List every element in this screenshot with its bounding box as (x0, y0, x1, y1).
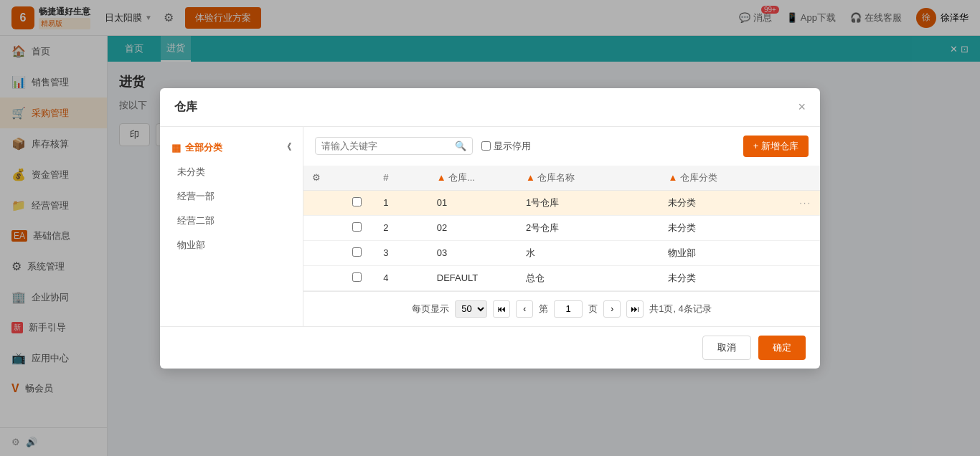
category-panel: ▦ 全部分类 《 未分类 经营一部 经营二部 物业部 (160, 127, 303, 326)
last-page-button[interactable]: ⏭ (626, 300, 644, 318)
table-row[interactable]: 2 02 2号仓库 未分类 (303, 215, 820, 240)
ellipsis-icon[interactable]: ··· (799, 197, 811, 208)
show-disabled-checkbox[interactable]: 显示停用 (481, 140, 531, 153)
category-item-property[interactable]: 物业部 (160, 233, 303, 257)
row-settings (303, 190, 339, 215)
col-settings[interactable]: ⚙ (303, 166, 339, 191)
prev-page-button[interactable]: ‹ (516, 300, 533, 318)
total-records: 共1页, 4条记录 (649, 303, 712, 315)
row-name: 1号仓库 (517, 190, 660, 215)
confirm-button[interactable]: 确定 (758, 336, 806, 360)
col-name-header[interactable]: ▲ 仓库名称 (517, 166, 660, 191)
table-panel: 🔍 显示停用 + 新增仓库 ⚙ (303, 127, 820, 326)
row-num: 4 (374, 265, 428, 290)
modal-footer: 取消 确定 (160, 326, 820, 369)
row-name: 水 (517, 240, 660, 265)
row-settings (303, 215, 339, 240)
row-checkbox[interactable] (339, 190, 375, 215)
page-label: 第 (539, 303, 548, 315)
row-code: DEFAULT (428, 265, 517, 290)
row-checkbox[interactable] (339, 265, 375, 290)
cancel-button[interactable]: 取消 (702, 336, 751, 360)
sort-icon: ▲ (437, 172, 446, 183)
row-num: 3 (374, 240, 428, 265)
modal-title: 仓库 (174, 100, 197, 115)
row-num: 2 (374, 215, 428, 240)
new-warehouse-button[interactable]: + 新增仓库 (743, 136, 809, 157)
modal-overlay: 仓库 × ▦ 全部分类 《 未分类 经营一部 经营二部 (0, 0, 980, 456)
table-row[interactable]: 4 DEFAULT 总仓 未分类 (303, 265, 820, 290)
table-row[interactable]: 1 01 1号仓库 未分类 ··· (303, 190, 820, 215)
modal-close-button[interactable]: × (798, 100, 806, 115)
row-code: 01 (428, 190, 517, 215)
next-page-button[interactable]: › (603, 300, 621, 318)
per-page-label: 每页显示 (412, 303, 449, 315)
table-header: ⚙ # ▲ 仓库... ▲ 仓库名称 (303, 166, 820, 191)
grid-icon: ▦ (171, 142, 181, 153)
row-name: 总仓 (517, 265, 660, 290)
search-box: 🔍 (315, 137, 473, 155)
sort-icon3: ▲ (668, 172, 677, 183)
all-categories-item[interactable]: ▦ 全部分类 《 (160, 136, 303, 160)
page-suffix: 页 (588, 303, 598, 315)
search-input[interactable] (321, 141, 451, 151)
row-more (766, 265, 820, 290)
row-more[interactable]: ··· (766, 190, 820, 215)
row-more (766, 215, 820, 240)
table-row[interactable]: 3 03 水 物业部 (303, 240, 820, 265)
row-more (766, 240, 820, 265)
row-num: 1 (374, 190, 428, 215)
col-cat-header[interactable]: ▲ 仓库分类 (659, 166, 766, 191)
warehouse-table: ⚙ # ▲ 仓库... ▲ 仓库名称 (303, 166, 820, 291)
per-page-select[interactable]: 50 (455, 300, 487, 318)
warehouse-modal: 仓库 × ▦ 全部分类 《 未分类 经营一部 经营二部 (160, 88, 820, 369)
row-settings (303, 240, 339, 265)
table-toolbar: 🔍 显示停用 + 新增仓库 (303, 127, 820, 166)
row-checkbox[interactable] (339, 240, 375, 265)
modal-body: ▦ 全部分类 《 未分类 经营一部 经营二部 物业部 (160, 127, 820, 326)
row-cat: 未分类 (659, 190, 766, 215)
disabled-checkbox-input[interactable] (481, 141, 491, 151)
collapse-icon[interactable]: 《 (283, 141, 291, 153)
row-code: 03 (428, 240, 517, 265)
first-page-button[interactable]: ⏮ (493, 300, 510, 318)
modal-header: 仓库 × (160, 88, 820, 127)
table-body: 1 01 1号仓库 未分类 ··· 2 02 2 (303, 190, 820, 290)
col-num: # (374, 166, 428, 191)
col-more (766, 166, 820, 191)
sort-icon2: ▲ (526, 172, 535, 183)
category-item-ops2[interactable]: 经营二部 (160, 209, 303, 233)
search-icon[interactable]: 🔍 (455, 141, 466, 151)
category-item-ops1[interactable]: 经营一部 (160, 184, 303, 209)
table-scroll: ⚙ # ▲ 仓库... ▲ 仓库名称 (303, 166, 820, 291)
row-checkbox[interactable] (339, 215, 375, 240)
row-cat: 物业部 (659, 240, 766, 265)
row-cat: 未分类 (659, 265, 766, 290)
category-item-uncat[interactable]: 未分类 (160, 160, 303, 184)
row-settings (303, 265, 339, 290)
pagination: 每页显示 50 ⏮ ‹ 第 页 › ⏭ 共1页, 4条记录 (303, 291, 820, 326)
row-code: 02 (428, 215, 517, 240)
row-cat: 未分类 (659, 215, 766, 240)
col-checkbox (339, 166, 375, 191)
page-input[interactable] (554, 300, 583, 318)
col-code-header[interactable]: ▲ 仓库... (428, 166, 517, 191)
row-name: 2号仓库 (517, 215, 660, 240)
